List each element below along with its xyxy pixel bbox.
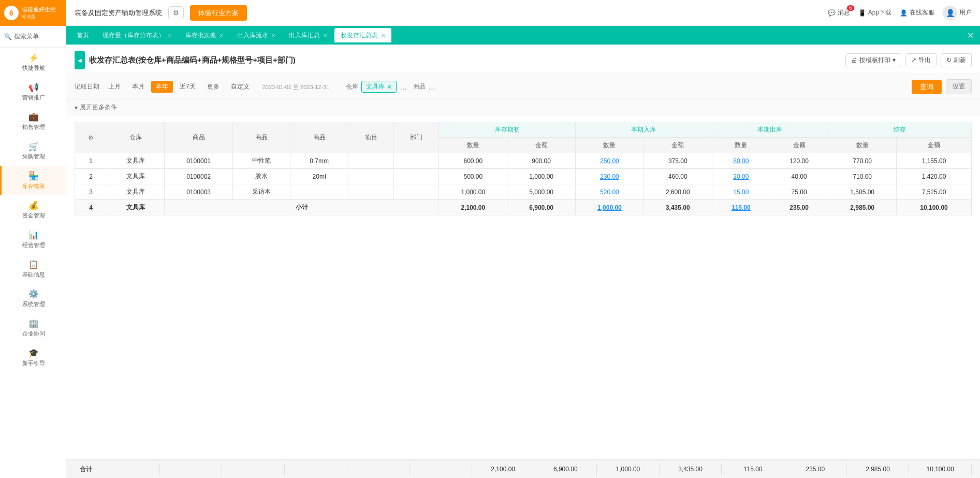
- summary-spacer3: [222, 463, 285, 475]
- th-opening-amt: 金额: [507, 138, 576, 153]
- sidebar-item-sales[interactable]: 💼 销售管理: [0, 107, 66, 136]
- app-download-item[interactable]: 📱 App下载: [858, 8, 891, 17]
- filter-tag-custom[interactable]: 自定义: [226, 81, 254, 93]
- trial-button[interactable]: 体验行业方案: [190, 5, 247, 21]
- tabbar-close-button[interactable]: ✕: [965, 31, 976, 40]
- th-out-amt: 金额: [770, 138, 828, 153]
- user-item[interactable]: 👤 用户: [943, 6, 972, 20]
- gear-icon[interactable]: ⚙: [88, 134, 94, 141]
- total-opening-qty: 2,100.00: [472, 463, 535, 475]
- tab-receipt-summary-close[interactable]: ✕: [381, 33, 385, 38]
- sidebar-item-system[interactable]: ⚙️ 系统管理: [0, 284, 66, 313]
- sidebar-toggle-button[interactable]: ◀: [75, 51, 85, 69]
- row-in-amt: 375.00: [643, 153, 712, 169]
- inventory-icon: 🏪: [28, 171, 39, 181]
- tab-batch[interactable]: 库存批次账 ✕: [179, 28, 230, 42]
- logo-badge: 标准版: [22, 13, 56, 20]
- total-closing-amt: 10,100.00: [909, 463, 972, 475]
- th-opening-group: 库存期初: [439, 122, 576, 138]
- row-product-code: 0100001: [165, 153, 233, 169]
- warehouse-tag-close[interactable]: ✕: [387, 83, 392, 91]
- tab-inout-summary[interactable]: 出入库汇总 ✕: [283, 28, 333, 42]
- sidebar-item-purchase[interactable]: 🛒 采购管理: [0, 136, 66, 166]
- query-button[interactable]: 查询: [912, 80, 942, 94]
- filter-tag-7days[interactable]: 近7天: [175, 81, 200, 93]
- expand-more-conditions-button[interactable]: ▾ 展开更多条件: [75, 103, 117, 112]
- settings-button[interactable]: 设置: [946, 79, 972, 94]
- row-out-qty[interactable]: 15.00: [712, 184, 770, 200]
- sidebar-item-basic-label: 基础信息: [22, 271, 45, 279]
- table-container: ⚙ 仓库 商品 商品 商品 项目 部门 库存期初 本期入库 本期出库 结存: [66, 115, 980, 222]
- sidebar-item-enterprise-label: 企业协同: [22, 330, 45, 338]
- th-in-amt: 金额: [643, 138, 712, 153]
- sidebar-item-quicknav[interactable]: ⚡ 快捷导航: [0, 48, 66, 77]
- subtotal-closing-qty: 2,985.00: [828, 200, 897, 215]
- export-icon: ↗: [911, 56, 916, 64]
- tab-batch-close[interactable]: ✕: [220, 33, 224, 38]
- table-row: 2 文具库 0100002 胶水 20ml 500.00 1,000.00 23…: [75, 169, 972, 184]
- tab-inventory-close[interactable]: ✕: [168, 33, 172, 38]
- expand-filter-bar: ▾ 展开更多条件: [66, 100, 980, 115]
- row-department: [393, 169, 439, 184]
- subtotal-in-qty[interactable]: 1,000.00: [576, 200, 644, 215]
- row-out-qty[interactable]: 20.00: [712, 169, 770, 184]
- warehouse-filter-section: 仓库 文具库 ✕ ...: [346, 81, 406, 93]
- tab-home[interactable]: 首页: [70, 28, 95, 42]
- print-button[interactable]: 🖨 按模板打印 ▾: [845, 53, 901, 67]
- marketing-icon: 📢: [28, 82, 39, 92]
- tab-receipt-summary[interactable]: 收发存汇总表 ✕: [334, 28, 391, 42]
- row-product-name: 胶水: [233, 169, 290, 184]
- row-in-qty[interactable]: 230.00: [576, 169, 644, 184]
- warehouse-more-button[interactable]: ...: [400, 82, 406, 92]
- refresh-button[interactable]: ↻ 刷新: [941, 53, 972, 67]
- subtotal-out-amt: 235.00: [770, 200, 828, 215]
- row-in-amt: 460.00: [643, 169, 712, 184]
- table-settings-header[interactable]: ⚙: [75, 122, 107, 153]
- tab-flow-close[interactable]: ✕: [271, 33, 275, 38]
- online-service-item[interactable]: 👤 在线客服: [900, 8, 934, 17]
- row-serial: 3: [75, 184, 107, 200]
- subtotal-out-qty[interactable]: 115.00: [712, 200, 770, 215]
- messages-item[interactable]: 💬 消息 6: [828, 8, 850, 17]
- th-closing-group: 结存: [828, 122, 972, 138]
- row-product-spec: [290, 184, 348, 200]
- tab-home-label: 首页: [77, 31, 89, 40]
- row-project: [348, 169, 394, 184]
- system-settings-button[interactable]: ⚙: [168, 6, 184, 19]
- export-button[interactable]: ↗ 导出: [905, 53, 937, 67]
- top-header: 装备及固定资产辅助管理系统 ⚙ 体验行业方案 💬 消息 6 📱 App下载 👤 …: [66, 0, 980, 26]
- sidebar-item-finance[interactable]: 💰 资金管理: [0, 195, 66, 225]
- sidebar-item-inventory[interactable]: 🏪 库存核算: [0, 166, 66, 195]
- row-warehouse: 文具库: [107, 153, 165, 169]
- tab-flow[interactable]: 出入库流水 ✕: [231, 28, 282, 42]
- message-icon: 💬: [828, 9, 836, 17]
- date-filter-section: 记账日期 上月 本月 本年 近7天 更多 自定义: [75, 81, 254, 93]
- row-out-qty[interactable]: 80.00: [712, 153, 770, 169]
- sidebar-item-operations[interactable]: 📊 经营管理: [0, 225, 66, 254]
- filter-tag-last-month[interactable]: 上月: [104, 81, 125, 93]
- bottom-summary: 合计 2,100.00 6,900.00 1,000.00 3,435.00 1…: [66, 459, 980, 478]
- th-out-qty: 数量: [712, 138, 770, 153]
- tab-inout-summary-close[interactable]: ✕: [323, 33, 327, 38]
- search-button[interactable]: 🔍 搜索菜单: [4, 30, 62, 43]
- sidebar-search-section: 🔍 搜索菜单: [0, 26, 66, 48]
- filter-tag-this-month[interactable]: 本月: [127, 81, 149, 93]
- total-out-qty: 115.00: [722, 463, 784, 475]
- newbie-icon: 🎓: [28, 348, 39, 358]
- sidebar-item-basic[interactable]: 📋 基础信息: [0, 254, 66, 284]
- tab-inventory[interactable]: 现存量（库存分布表） ✕: [96, 28, 178, 42]
- sidebar-item-marketing[interactable]: 📢 营销推广: [0, 77, 66, 107]
- sidebar-item-enterprise[interactable]: 🏢 企业协同: [0, 313, 66, 343]
- tab-flow-label: 出入库流水: [237, 31, 268, 40]
- warehouse-tag[interactable]: 文具库 ✕: [361, 81, 397, 93]
- subtotal-label: 小计: [165, 200, 439, 215]
- row-in-qty[interactable]: 250.00: [576, 153, 644, 169]
- filter-tag-more[interactable]: 更多: [202, 81, 224, 93]
- sidebar-item-inventory-label: 库存核算: [22, 182, 45, 190]
- th-out-group: 本期出库: [712, 122, 828, 138]
- tab-inventory-label: 现存量（库存分布表）: [103, 31, 165, 40]
- sidebar-item-newbie[interactable]: 🎓 新手引导: [0, 343, 66, 372]
- filter-tag-this-year[interactable]: 本年: [151, 81, 173, 93]
- product-more-button[interactable]: ...: [429, 82, 435, 92]
- row-in-qty[interactable]: 520.00: [576, 184, 644, 200]
